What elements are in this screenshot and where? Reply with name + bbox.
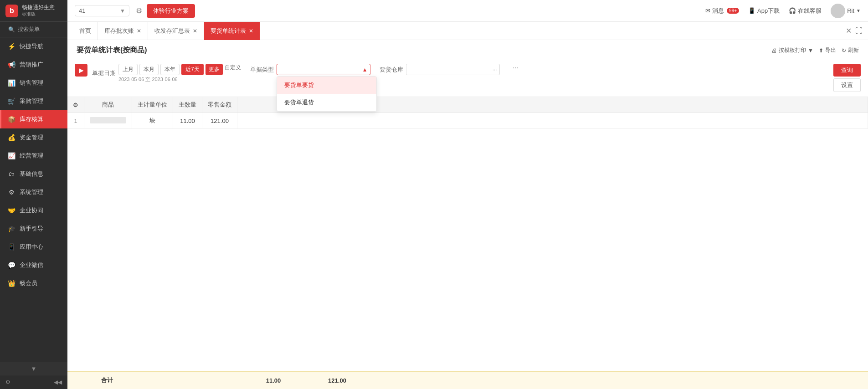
sidebar-item-enterprise[interactable]: 🤝 企业协同 [0, 201, 67, 220]
online-service-button[interactable]: 🎧 在线客服 [789, 7, 822, 15]
settings-icon[interactable]: ⚙ [136, 6, 142, 15]
amount-cell: 121.00 [202, 113, 237, 129]
chevron-down-icon: ▼ [808, 47, 813, 54]
tab-order-stats[interactable]: 要货单统计表 ✕ [204, 22, 260, 40]
page-actions: 🖨 按模板打印 ▼ ⬆ 导出 ↻ 刷新 [771, 46, 859, 54]
search-menu[interactable]: 🔍 搜索菜单 [0, 22, 67, 37]
qty-cell: 11.00 [173, 113, 202, 129]
table-footer: 合计 11.00 121.00 [67, 371, 868, 389]
tab-close-icon[interactable]: ✕ [193, 28, 197, 34]
sidebar-item-wechat[interactable]: 💬 企业微信 [0, 256, 67, 274]
footer-amount: 121.00 [305, 377, 369, 384]
enterprise-icon: 🤝 [7, 206, 16, 215]
avatar [831, 4, 845, 18]
col-qty: 主数量 [173, 97, 202, 113]
store-selector[interactable]: 41 ▼ [75, 5, 129, 16]
print-icon: 🖨 [771, 47, 777, 54]
sidebar-item-operations[interactable]: 📈 经营管理 [0, 147, 67, 165]
nav-label: 畅会员 [20, 279, 37, 287]
collapse-icon[interactable]: ◀◀ [54, 379, 62, 385]
sidebar-item-appstore[interactable]: 📱 应用中心 [0, 238, 67, 256]
sidebar-item-purchase[interactable]: 🛒 采购管理 [0, 92, 67, 110]
tab-inventory-batch[interactable]: 库存批次账 ✕ [98, 22, 148, 40]
date-filter-group: 单据日期 上月 本月 本年 近7天 更多 自定义 2023-05-06 至 20… [92, 64, 241, 83]
type-filter-group: 单据类型 ▲ 要货单要货 要货单退货 [250, 64, 370, 75]
phone-icon: 📱 [748, 7, 755, 14]
search-icon: 🔍 [8, 26, 15, 33]
sidebar-item-guide[interactable]: 🎓 新手引导 [0, 220, 67, 238]
warehouse-more-icon[interactable]: ··· [493, 67, 497, 73]
this-month-button[interactable]: 本月 [139, 64, 159, 75]
type-chevron-up-icon[interactable]: ▲ [362, 67, 368, 73]
user-menu[interactable]: Rit ▼ [831, 4, 861, 18]
warehouse-input-wrap: ··· [406, 64, 500, 75]
query-button[interactable]: 查询 [833, 64, 861, 77]
page-header: 要货单统计表(按商品) 🖨 按模板打印 ▼ ⬆ 导出 ↻ 刷新 [67, 40, 868, 59]
sidebar-footer: ⚙ ◀◀ [0, 375, 67, 389]
date-col: 上月 本月 本年 近7天 更多 自定义 2023-05-06 至 2023-06… [118, 64, 241, 83]
row-num: 1 [67, 113, 84, 129]
date-range-text: 2023-05-06 至 2023-06-06 [118, 76, 241, 83]
close-all-icon[interactable]: ✕ [846, 26, 852, 35]
messages-button[interactable]: ✉ 消息 99+ [705, 7, 739, 15]
trial-button[interactable]: 体验行业方案 [147, 4, 195, 18]
settings-icon[interactable]: ⚙ [5, 379, 10, 385]
headset-icon: 🎧 [789, 7, 796, 14]
user-name: Rit [847, 7, 854, 14]
sidebar-item-marketing[interactable]: 📢 营销推广 [0, 56, 67, 74]
dropdown-item-order-return[interactable]: 要货单退货 [277, 94, 376, 111]
filter-toggle-button[interactable]: ▶ [75, 64, 87, 77]
this-year-button[interactable]: 本年 [160, 64, 180, 75]
sidebar-item-basic[interactable]: 🗂 基础信息 [0, 165, 67, 183]
last-7-days-button[interactable]: 近7天 [181, 64, 204, 75]
operations-icon: 📈 [7, 151, 16, 160]
table-wrap: ⚙ 商品 主计量单位 主数量 零售金额 1 [67, 97, 868, 371]
settings-gear[interactable]: ⚙ [73, 102, 78, 108]
fullscreen-icon[interactable]: ⛶ [855, 27, 863, 35]
type-input[interactable] [277, 64, 370, 75]
finance-icon: 💰 [7, 133, 16, 142]
sidebar-item-sales[interactable]: 📊 销售管理 [0, 74, 67, 92]
scroll-down[interactable]: ▼ [0, 362, 67, 375]
tab-home[interactable]: 首页 [73, 22, 98, 40]
appstore-icon: 📱 [7, 242, 16, 251]
type-dropdown: 要货单要货 要货单退货 [277, 76, 377, 112]
dropdown-item-order-goods[interactable]: 要货单要货 [277, 77, 376, 94]
refresh-button[interactable]: ↻ 刷新 [842, 46, 859, 54]
logo-icon: b [5, 5, 18, 17]
sidebar-item-finance[interactable]: 💰 资金管理 [0, 128, 67, 147]
more-button[interactable]: 更多 [205, 64, 223, 75]
nav-label: 库存核算 [20, 115, 43, 123]
app-download-button[interactable]: 📱 App下载 [748, 7, 780, 15]
filter-more-icon[interactable]: ··· [513, 64, 519, 72]
print-button[interactable]: 🖨 按模板打印 ▼ [771, 46, 813, 54]
warehouse-input[interactable] [406, 64, 500, 75]
nav-label: 应用中心 [20, 243, 43, 251]
col-product: 商品 [84, 97, 132, 113]
export-button[interactable]: ⬆ 导出 [819, 46, 836, 54]
sidebar-nav: ⚡ 快捷导航 📢 营销推广 📊 销售管理 🛒 采购管理 📦 库存核算 💰 资金管… [0, 37, 67, 362]
filter-settings-button[interactable]: 设置 [833, 78, 861, 92]
tab-close-icon[interactable]: ✕ [137, 28, 141, 34]
tab-receive-send[interactable]: 收发存汇总表 ✕ [148, 22, 204, 40]
warehouse-filter-label: 要货仓库 [380, 66, 403, 74]
product-cell [84, 113, 132, 129]
quick-nav-icon: ⚡ [7, 42, 16, 51]
inventory-icon: 📦 [7, 115, 16, 124]
col-settings[interactable]: ⚙ [67, 97, 84, 113]
tab-close-icon[interactable]: ✕ [249, 28, 253, 34]
sidebar-item-member[interactable]: 👑 畅会员 [0, 274, 67, 292]
nav-label: 企业协同 [20, 206, 43, 215]
purchase-icon: 🛒 [7, 97, 16, 106]
topbar-left: 41 ▼ ⚙ 体验行业方案 [75, 4, 195, 18]
sidebar-item-inventory[interactable]: 📦 库存核算 [0, 110, 67, 128]
nav-label: 系统管理 [20, 188, 43, 196]
type-filter-label: 单据类型 [250, 66, 274, 74]
messages-badge: 99+ [727, 8, 739, 14]
sidebar-item-system[interactable]: ⚙ 系统管理 [0, 183, 67, 201]
custom-date-button[interactable]: 自定义 [225, 64, 241, 75]
app-download-label: App下载 [757, 7, 780, 15]
sidebar-item-quick-nav[interactable]: ⚡ 快捷导航 [0, 37, 67, 56]
last-month-button[interactable]: 上月 [118, 64, 138, 75]
unit-cell: 块 [132, 113, 173, 129]
